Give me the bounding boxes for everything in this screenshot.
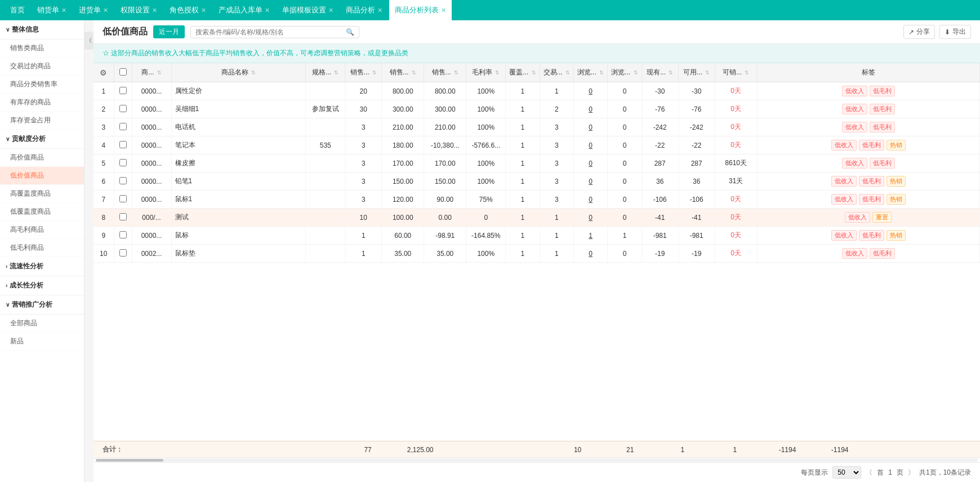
row-checkbox[interactable] [119, 123, 127, 130]
scroll-thumb[interactable] [96, 459, 163, 462]
sidebar-item-low-coverage[interactable]: 低覆盖度商品 [0, 203, 84, 221]
search-icon[interactable]: 🔍 [346, 28, 354, 36]
cell-views1[interactable]: 0 [573, 209, 607, 227]
sidebar-item-high-margin[interactable]: 高毛利商品 [0, 221, 84, 239]
sidebar-item-sales-category[interactable]: 销售类商品 [0, 39, 84, 58]
sidebar-item-all[interactable]: 全部商品 [0, 315, 84, 333]
export-btn[interactable]: ⬇ 导出 [939, 25, 971, 39]
sidebar-section-overall[interactable]: ∨ 整体信息 [0, 20, 84, 39]
nav-home[interactable]: 首页 [5, 0, 30, 20]
col-views1[interactable]: 浏览... ⇅ [573, 63, 607, 82]
nav-close-sales[interactable]: ✕ [61, 7, 66, 14]
sidebar-item-new[interactable]: 新品 [0, 333, 84, 351]
nav-close-permission[interactable]: ✕ [152, 7, 157, 14]
search-input[interactable] [195, 28, 346, 36]
col-gear[interactable]: ⚙ [93, 63, 114, 82]
sidebar-item-low-value[interactable]: 低价值商品 [0, 167, 84, 185]
filter-btn[interactable]: 近一月 [153, 25, 185, 38]
sidebar-collapse-btn[interactable]: 《 [84, 32, 93, 50]
col-sales-amount[interactable]: 销售... ⇅ [382, 63, 424, 82]
cell-views1[interactable]: 0 [573, 82, 607, 100]
cell-checkbox[interactable] [114, 245, 132, 263]
table-wrapper[interactable]: ⚙ 商... ⇅ 商品名称 ⇅ 规格... ⇅ 销售... ⇅ 销售... ⇅ … [93, 63, 980, 441]
nav-close-analysis-list[interactable]: ✕ [441, 7, 446, 14]
next-page-btn[interactable]: 〉 [908, 468, 915, 477]
col-sales-price[interactable]: 销售... ⇅ [424, 63, 466, 82]
nav-close-role[interactable]: ✕ [201, 7, 206, 14]
scroll-bar-row[interactable] [93, 458, 980, 462]
col-sellable[interactable]: 可销... ⇅ [715, 63, 757, 82]
row-checkbox[interactable] [119, 159, 127, 166]
row-checkbox[interactable] [119, 87, 127, 94]
cell-checkbox[interactable] [114, 173, 132, 191]
views1-link[interactable]: 0 [589, 214, 593, 222]
views1-link[interactable]: 0 [589, 123, 593, 131]
views1-link[interactable]: 0 [589, 141, 593, 149]
views1-link[interactable]: 0 [589, 196, 593, 204]
sidebar-section-contribution[interactable]: ∨ 贡献度分析 [0, 130, 84, 149]
col-transactions[interactable]: 交易... ⇅ [540, 63, 573, 82]
col-sales-qty[interactable]: 销售... ⇅ [345, 63, 382, 82]
cell-views1[interactable]: 1 [573, 227, 607, 245]
col-name[interactable]: 商品名称 ⇅ [171, 63, 306, 82]
sidebar-item-category-rate[interactable]: 商品分类销售率 [0, 76, 84, 94]
cell-checkbox[interactable] [114, 82, 132, 100]
nav-sales[interactable]: 销货单 ✕ [32, 0, 72, 20]
cell-views1[interactable]: 0 [573, 173, 607, 191]
views1-link[interactable]: 0 [589, 105, 593, 113]
cell-checkbox[interactable] [114, 100, 132, 118]
col-code[interactable]: 商... ⇅ [132, 63, 171, 82]
views1-link[interactable]: 1 [589, 232, 593, 240]
nav-analysis-list[interactable]: 商品分析列表 ✕ [389, 0, 452, 20]
cell-checkbox[interactable] [114, 154, 132, 173]
sidebar-item-high-coverage[interactable]: 高覆盖度商品 [0, 185, 84, 203]
col-available[interactable]: 可用... ⇅ [678, 63, 715, 82]
row-checkbox[interactable] [119, 141, 127, 148]
views1-link[interactable]: 0 [589, 87, 593, 95]
nav-template[interactable]: 单据模板设置 ✕ [277, 0, 339, 20]
sidebar-item-low-margin[interactable]: 低毛利商品 [0, 239, 84, 257]
nav-close-template[interactable]: ✕ [328, 7, 333, 14]
nav-close-analysis[interactable]: ✕ [377, 7, 382, 14]
cell-views1[interactable]: 0 [573, 136, 607, 154]
row-checkbox[interactable] [119, 105, 127, 112]
sidebar-item-stock-fund[interactable]: 库存资金占用 [0, 112, 84, 130]
page-size-select[interactable]: 50 100 200 [832, 466, 861, 479]
nav-role[interactable]: 角色授权 ✕ [164, 0, 212, 20]
row-checkbox[interactable] [119, 249, 127, 257]
nav-analysis[interactable]: 商品分析 ✕ [340, 0, 388, 20]
views1-link[interactable]: 0 [589, 250, 593, 258]
cell-views1[interactable]: 0 [573, 191, 607, 209]
row-checkbox[interactable] [119, 213, 127, 220]
row-checkbox[interactable] [119, 177, 127, 184]
cell-checkbox[interactable] [114, 191, 132, 209]
row-checkbox[interactable] [119, 195, 127, 202]
cell-views1[interactable]: 0 [573, 245, 607, 263]
nav-purchase[interactable]: 进货单 ✕ [73, 0, 114, 20]
select-all-checkbox[interactable] [119, 68, 127, 76]
col-gross-rate[interactable]: 毛利率 ⇅ [466, 63, 506, 82]
gear-icon[interactable]: ⚙ [100, 68, 107, 77]
sidebar-item-high-value[interactable]: 高价值商品 [0, 149, 84, 167]
col-stock[interactable]: 现有... ⇅ [642, 63, 678, 82]
views1-link[interactable]: 0 [589, 160, 593, 167]
sidebar-item-traded[interactable]: 交易过的商品 [0, 58, 84, 76]
cell-views1[interactable]: 0 [573, 118, 607, 136]
row-checkbox[interactable] [119, 231, 127, 238]
cell-checkbox[interactable] [114, 209, 132, 227]
nav-close-stock[interactable]: ✕ [265, 7, 270, 14]
sidebar-section-growth[interactable]: › 成长性分析 [0, 276, 84, 295]
prev-page-btn[interactable]: 〈 [866, 468, 872, 477]
share-btn[interactable]: ↗ 分享 [903, 25, 935, 39]
cell-checkbox[interactable] [114, 118, 132, 136]
sidebar-section-marketing[interactable]: ∨ 营销推广分析 [0, 295, 84, 315]
cell-checkbox[interactable] [114, 136, 132, 154]
cell-views1[interactable]: 0 [573, 100, 607, 118]
col-coverage[interactable]: 覆盖... ⇅ [506, 63, 540, 82]
scroll-track[interactable] [96, 459, 978, 462]
views1-link[interactable]: 0 [589, 178, 593, 185]
nav-stock-in[interactable]: 产成品入库单 ✕ [213, 0, 275, 20]
cell-views1[interactable]: 0 [573, 154, 607, 173]
sidebar-item-stocked[interactable]: 有库存的商品 [0, 94, 84, 112]
cell-checkbox[interactable] [114, 227, 132, 245]
